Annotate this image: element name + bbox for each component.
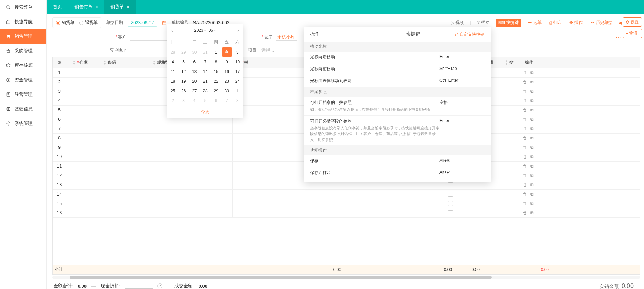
calendar-today-button[interactable]: 今天 bbox=[167, 106, 243, 118]
gear-icon[interactable]: ⚙ bbox=[57, 60, 61, 65]
grid-cell[interactable] bbox=[468, 208, 502, 217]
help-button[interactable]: ?帮助 bbox=[476, 19, 491, 26]
sort-icon[interactable]: ▲▼ bbox=[73, 60, 76, 66]
cal-day[interactable]: 今 bbox=[222, 47, 232, 57]
grid-cell[interactable] bbox=[233, 143, 253, 152]
cal-next-icon[interactable]: › bbox=[237, 28, 239, 33]
copy-icon[interactable]: ⧉ bbox=[530, 201, 535, 206]
grid-cell[interactable] bbox=[502, 68, 516, 77]
grid-cell[interactable] bbox=[94, 190, 125, 199]
grid-cell[interactable] bbox=[502, 115, 516, 124]
tab-home[interactable]: 首页 bbox=[47, 0, 68, 14]
cal-day[interactable]: 2 bbox=[168, 96, 178, 105]
scrollbar-thumb[interactable] bbox=[70, 276, 492, 279]
grid-cell[interactable] bbox=[94, 152, 125, 161]
grid-cell[interactable] bbox=[502, 106, 516, 115]
grid-cell[interactable] bbox=[125, 180, 201, 189]
grid-cell[interactable] bbox=[502, 78, 516, 87]
grid-cell[interactable]: 🗑⧉ bbox=[516, 78, 542, 87]
video-button[interactable]: ▷视频 bbox=[449, 19, 465, 26]
delete-icon[interactable]: 🗑 bbox=[523, 210, 528, 215]
grid-cell[interactable] bbox=[468, 199, 502, 208]
grid-cell[interactable] bbox=[66, 152, 94, 161]
date-input[interactable]: 2023-06-02 bbox=[128, 19, 157, 27]
table-row[interactable]: 16🗑⧉ bbox=[53, 208, 640, 218]
copy-icon[interactable]: ⧉ bbox=[530, 210, 535, 215]
cal-day[interactable]: 1 bbox=[233, 87, 243, 96]
radio-sale[interactable]: 销货单 bbox=[56, 20, 74, 26]
grid-cell[interactable] bbox=[66, 162, 94, 171]
cal-day[interactable]: 28 bbox=[168, 47, 178, 57]
cal-day[interactable]: 6 bbox=[211, 96, 221, 105]
sidebar-item-funds[interactable]: ¥ 资金管理 bbox=[0, 73, 46, 87]
grid-cell[interactable] bbox=[253, 199, 433, 208]
grid-cell[interactable] bbox=[66, 87, 94, 96]
gift-checkbox[interactable] bbox=[448, 192, 453, 197]
help-icon[interactable]: ? bbox=[157, 283, 162, 288]
grid-cell[interactable] bbox=[201, 190, 233, 199]
grid-cell[interactable] bbox=[94, 208, 125, 217]
cal-day[interactable]: 12 bbox=[179, 67, 189, 76]
grid-cell[interactable] bbox=[66, 180, 94, 189]
discount-input[interactable] bbox=[125, 283, 153, 289]
cal-day[interactable]: 26 bbox=[179, 87, 189, 96]
grid-cell[interactable] bbox=[233, 162, 253, 171]
sort-icon[interactable]: ▲▼ bbox=[103, 60, 106, 66]
cal-month-select[interactable]: 06﹀ bbox=[209, 28, 216, 33]
grid-cell[interactable] bbox=[502, 87, 516, 96]
grid-cell[interactable] bbox=[125, 143, 201, 152]
cal-prev-icon[interactable]: ‹ bbox=[171, 28, 173, 33]
cal-day[interactable]: 23 bbox=[222, 77, 232, 86]
copy-icon[interactable]: ⧉ bbox=[530, 145, 535, 150]
cal-day[interactable]: 29 bbox=[179, 47, 189, 57]
delete-icon[interactable]: 🗑 bbox=[523, 98, 528, 103]
delete-icon[interactable]: 🗑 bbox=[523, 117, 528, 122]
copy-icon[interactable]: ⧉ bbox=[530, 126, 535, 131]
grid-header-cell[interactable]: ▲▼*仓库 bbox=[66, 57, 94, 68]
grid-cell[interactable] bbox=[502, 143, 516, 152]
cal-day[interactable]: 17 bbox=[233, 67, 243, 76]
grid-cell[interactable] bbox=[125, 208, 201, 217]
grid-cell[interactable] bbox=[201, 171, 233, 180]
close-icon[interactable]: × bbox=[95, 4, 98, 10]
grid-cell[interactable] bbox=[66, 171, 94, 180]
grid-cell[interactable]: 🗑⧉ bbox=[516, 190, 542, 199]
cal-day[interactable]: 11 bbox=[168, 67, 178, 76]
grid-cell[interactable] bbox=[94, 96, 125, 105]
sort-icon[interactable]: ▲▼ bbox=[505, 60, 508, 66]
sidebar-item-quicknav[interactable]: 快捷导航 bbox=[0, 15, 46, 29]
copy-icon[interactable]: ⧉ bbox=[530, 98, 535, 103]
grid-cell[interactable] bbox=[201, 143, 233, 152]
cal-day[interactable]: 7 bbox=[222, 96, 232, 105]
cal-day[interactable]: 8 bbox=[233, 96, 243, 105]
grid-header-cell[interactable]: ▲▼条码 bbox=[94, 57, 125, 68]
delete-icon[interactable]: 🗑 bbox=[523, 136, 528, 141]
gift-checkbox[interactable] bbox=[448, 201, 453, 206]
select-button[interactable]: ☰选单 bbox=[526, 19, 543, 26]
grid-cell[interactable] bbox=[433, 208, 468, 217]
delete-icon[interactable]: 🗑 bbox=[523, 80, 528, 84]
grid-cell[interactable] bbox=[201, 152, 233, 161]
grid-cell[interactable]: 🗑⧉ bbox=[516, 199, 542, 208]
grid-cell[interactable] bbox=[125, 190, 201, 199]
grid-cell[interactable] bbox=[125, 199, 201, 208]
grid-cell[interactable] bbox=[94, 199, 125, 208]
print-button[interactable]: ⎙打印 bbox=[548, 19, 563, 26]
cal-day[interactable]: 30 bbox=[189, 47, 199, 57]
grid-cell[interactable] bbox=[201, 208, 233, 217]
grid-cell[interactable] bbox=[233, 199, 253, 208]
cal-day[interactable]: 27 bbox=[189, 87, 199, 96]
grid-cell[interactable] bbox=[502, 96, 516, 105]
grid-cell[interactable] bbox=[66, 190, 94, 199]
grid-cell[interactable] bbox=[201, 180, 233, 189]
cal-day[interactable]: 4 bbox=[168, 57, 178, 66]
grid-cell[interactable]: 🗑⧉ bbox=[516, 171, 542, 180]
grid-cell[interactable]: 🗑⧉ bbox=[516, 87, 542, 96]
grid-cell[interactable] bbox=[253, 190, 433, 199]
grid-cell[interactable] bbox=[125, 124, 201, 133]
grid-cell[interactable] bbox=[233, 124, 253, 133]
cal-day[interactable]: 13 bbox=[189, 67, 199, 76]
cal-day[interactable]: 30 bbox=[222, 87, 232, 96]
grid-cell[interactable]: 🗑⧉ bbox=[516, 115, 542, 124]
grid-cell[interactable]: 🗑⧉ bbox=[516, 143, 542, 152]
